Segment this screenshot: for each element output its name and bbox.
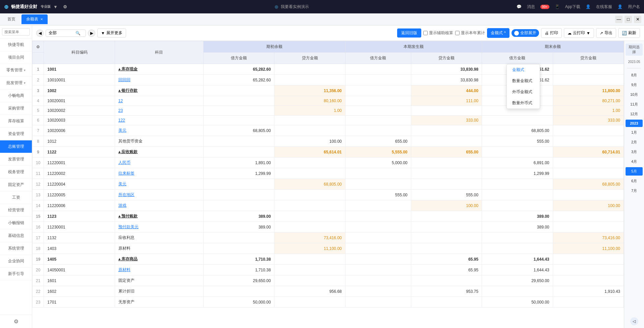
dropdown-item-qty-foreign[interactable]: 数量外币式: [507, 97, 540, 109]
sidebar-item-tax[interactable]: 税务管理: [0, 166, 32, 179]
sidebar-item-salary[interactable]: 工资: [0, 191, 32, 204]
row-name[interactable]: 游戏: [115, 200, 203, 211]
row-code[interactable]: 10020003: [44, 116, 115, 125]
sidebar-item-fixed-assets[interactable]: 固定资产: [0, 179, 32, 191]
app-download-label[interactable]: App下载: [565, 4, 580, 10]
row-code[interactable]: 10020002: [44, 106, 115, 116]
sidebar-item-purchase[interactable]: 采购管理: [0, 102, 32, 115]
expand-all-toggle[interactable]: 全部展开: [512, 29, 539, 37]
sidebar-item-project[interactable]: 项目合同: [0, 51, 32, 64]
settings-bottom-icon[interactable]: ⚙: [14, 319, 18, 324]
month-10[interactable]: 10月: [626, 90, 643, 99]
row-name[interactable]: 23: [115, 106, 203, 116]
sidebar-item-operations[interactable]: 经营管理: [0, 204, 32, 217]
month-11[interactable]: 11月: [626, 100, 643, 109]
row-code[interactable]: 11220002: [44, 168, 115, 179]
row-code[interactable]: 10010001: [44, 75, 115, 85]
row-code[interactable]: 1123: [44, 211, 115, 222]
row-name[interactable]: 原材料: [115, 265, 203, 275]
row-name[interactable]: 无形资产: [115, 297, 203, 308]
row-name[interactable]: 应收利息: [115, 233, 203, 243]
user-avatar[interactable]: 👤: [618, 4, 623, 9]
row-code[interactable]: 11220006: [44, 200, 115, 211]
sidebar-item-inventory[interactable]: 库存核算: [0, 115, 32, 128]
dropdown-item-foreign-amount[interactable]: 外币金额式: [507, 86, 540, 97]
row-name[interactable]: 所在地区: [115, 190, 203, 200]
search-input[interactable]: [49, 31, 75, 36]
nav-prev-btn[interactable]: ◀: [36, 29, 44, 37]
collapse-btn[interactable]: ◁: [630, 317, 638, 325]
row-name[interactable]: 回回回: [115, 75, 203, 85]
row-code[interactable]: 1403: [44, 243, 115, 254]
settings-col-header[interactable]: ⚙: [33, 41, 44, 53]
dropdown-item-qty-amount[interactable]: 数量金额式: [507, 75, 540, 86]
row-name[interactable]: 往来标签: [115, 168, 203, 179]
row-name[interactable]: 人民币: [115, 157, 203, 168]
sidebar-item-system[interactable]: 系统管理: [0, 242, 32, 255]
row-code[interactable]: 10020006: [44, 125, 115, 136]
row-code[interactable]: 1602: [44, 286, 115, 297]
row-name[interactable]: 其他货币资金: [115, 136, 203, 147]
show-year-input[interactable]: [455, 31, 460, 35]
row-code[interactable]: 11230001: [44, 222, 115, 233]
month-4[interactable]: 4月: [626, 157, 643, 166]
month-8[interactable]: 8月: [626, 71, 643, 79]
tab-home[interactable]: 首页: [3, 14, 20, 24]
print-btn[interactable]: 🖨 打印: [541, 28, 562, 38]
sidebar-item-invoice[interactable]: 发票管理: [0, 153, 32, 166]
sidebar-item-finance[interactable]: 资金管理: [0, 128, 32, 140]
row-code[interactable]: 11220005: [44, 190, 115, 200]
row-code[interactable]: 14050001: [44, 265, 115, 275]
tab-balance[interactable]: 余额表 ✕: [21, 14, 48, 24]
row-name[interactable]: ▴ 预付账款: [115, 211, 203, 222]
username-label[interactable]: 用户名: [628, 4, 640, 10]
sidebar-item-ecommerce[interactable]: 小畅电商: [0, 89, 32, 102]
message-icon[interactable]: 💬: [517, 4, 522, 9]
export-btn[interactable]: ↗ 导出: [596, 28, 616, 38]
row-code[interactable]: 1002: [44, 85, 115, 96]
row-name[interactable]: 累计折旧: [115, 286, 203, 297]
year-2023[interactable]: 2023: [626, 120, 643, 127]
window-minimize-btn[interactable]: —: [615, 16, 623, 23]
row-name[interactable]: 美元: [115, 179, 203, 190]
row-code[interactable]: 11220001: [44, 157, 115, 168]
month-1[interactable]: 1月: [626, 128, 643, 137]
row-code[interactable]: 1601: [44, 275, 115, 286]
row-name[interactable]: 固定资产: [115, 275, 203, 286]
sidebar-item-quick-nav[interactable]: 快捷导航: [0, 39, 32, 51]
show-assist-input[interactable]: [423, 31, 428, 35]
row-code[interactable]: 1701: [44, 297, 115, 308]
row-name[interactable]: 12: [115, 96, 203, 106]
sidebar-item-basic-info[interactable]: 基础信息: [0, 229, 32, 242]
month-2[interactable]: 2月: [626, 138, 643, 146]
row-code[interactable]: 1001: [44, 64, 115, 75]
period-year-item[interactable]: 2023.05: [626, 58, 643, 65]
row-name[interactable]: ▴ 应收账款: [115, 147, 203, 157]
row-code[interactable]: 10020001: [44, 96, 115, 106]
sidebar-bottom[interactable]: ⚙: [0, 315, 32, 328]
month-12[interactable]: 12月: [626, 110, 643, 118]
row-code[interactable]: 1132: [44, 233, 115, 243]
window-maximize-btn[interactable]: □: [625, 16, 632, 23]
return-old-btn[interactable]: 返回旧版: [397, 28, 421, 38]
nav-next-btn[interactable]: ▶: [88, 29, 95, 37]
month-5[interactable]: 5月: [626, 167, 643, 176]
row-code[interactable]: 11220004: [44, 179, 115, 190]
view-mode-dropdown-btn[interactable]: 金额式 ^: [487, 28, 509, 38]
row-code[interactable]: 1012: [44, 136, 115, 147]
month-3[interactable]: 3月: [626, 148, 643, 156]
sidebar-item-ledger[interactable]: 总账管理: [0, 140, 32, 153]
search-input[interactable]: [2, 28, 30, 36]
expand-more-btn[interactable]: ▼ 展开更多: [97, 28, 126, 38]
sidebar-item-retail[interactable]: 零售管理 ▾: [0, 64, 32, 77]
month-6[interactable]: 6月: [626, 177, 643, 185]
month-9[interactable]: 9月: [626, 81, 643, 89]
dropdown-arrow[interactable]: ▼: [53, 4, 58, 9]
demo-link[interactable]: 我要看实例演示: [281, 4, 309, 10]
cloud-print-btn[interactable]: ☁ 云打印 ▼: [564, 28, 594, 38]
sidebar-item-collab[interactable]: 企业协同: [0, 255, 32, 268]
online-service-label[interactable]: 在线客服: [596, 4, 612, 10]
row-name[interactable]: ▴ 库存现金: [115, 64, 203, 75]
refresh-btn[interactable]: 🔄 刷新: [618, 28, 640, 38]
row-name[interactable]: 美元: [115, 125, 203, 136]
